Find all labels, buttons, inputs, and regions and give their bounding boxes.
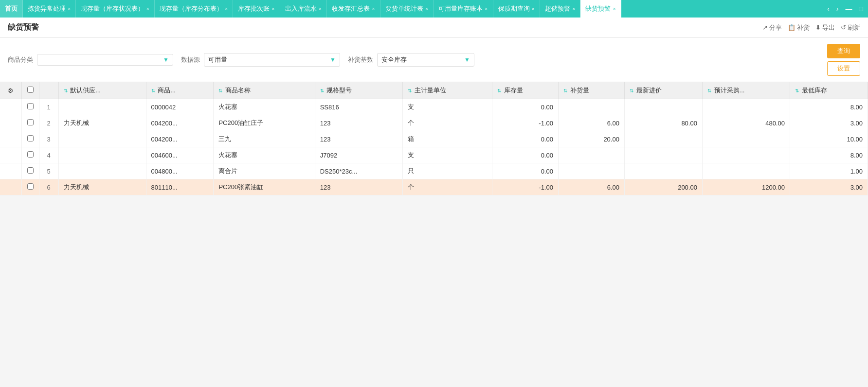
refresh-icon: ↺ — [841, 24, 846, 31]
min-stock-column-header[interactable]: ⇅ 最低库存 — [790, 82, 868, 99]
stock-column-header[interactable]: ⇅ 库存量 — [492, 82, 558, 99]
close-batch-tab[interactable]: × — [271, 6, 274, 12]
nav-tab-stock-dist[interactable]: 现存量（库存分布表） × — [155, 0, 233, 18]
nav-tab-batch[interactable]: 库存批次账 × — [233, 0, 280, 18]
datasource-select[interactable]: 可用量 ▼ — [204, 53, 340, 67]
table-row: 4 004600... 火花塞 J7092 支 0.00 8.00 — [0, 147, 868, 163]
row-replenish-cell: 6.00 — [558, 115, 624, 131]
row-checkbox-2[interactable] — [27, 135, 34, 141]
row-supplier-cell — [58, 131, 146, 147]
nav-tab-overstock[interactable]: 超储预警 × — [540, 0, 580, 18]
row-checkbox-0[interactable] — [27, 103, 34, 109]
share-button[interactable]: ↗ 分享 — [762, 23, 782, 32]
table-row: 6 力天机械 801110... PC200张紧油缸 123 个 -1.00 6… — [0, 179, 868, 195]
code-column-header[interactable]: ⇅ 商品... — [146, 82, 214, 99]
row-code-cell: 0000042 — [146, 99, 214, 115]
row-checkbox-cell[interactable] — [21, 115, 39, 131]
close-shortage-tab[interactable]: × — [613, 6, 615, 12]
select-all-checkbox[interactable] — [27, 87, 34, 93]
main-content: 缺货预警 ↗ 分享 📋 补货 ⬇ 导出 ↺ 刷新 商品分类 — [0, 18, 868, 195]
nav-next-button[interactable]: › — [833, 4, 842, 14]
row-num-cell: 5 — [39, 163, 58, 179]
est-purchase-column-header[interactable]: ⇅ 预计采购... — [702, 82, 790, 99]
row-supplier-cell — [58, 99, 146, 115]
checkbox-column-header — [21, 82, 39, 99]
table-row: 2 力天机械 004200... PC200油缸庄子 123 个 -1.00 6… — [0, 115, 868, 131]
row-latest-price-cell: 80.00 — [624, 115, 702, 131]
row-checkbox-cell[interactable] — [21, 179, 39, 195]
row-replenish-cell: 20.00 — [558, 131, 624, 147]
export-button[interactable]: ⬇ 导出 — [815, 23, 835, 32]
row-supplier-cell — [58, 147, 146, 163]
nav-tab-demand[interactable]: 要货单统计表 × — [380, 0, 434, 18]
nav-prev-button[interactable]: ‹ — [824, 4, 832, 14]
latest-price-column-header[interactable]: ⇅ 最新进价 — [624, 82, 702, 99]
row-checkbox-4[interactable] — [27, 167, 34, 174]
row-code-cell: 004600... — [146, 147, 214, 163]
column-settings-icon[interactable]: ⚙ — [8, 87, 14, 94]
header-actions: ↗ 分享 📋 补货 ⬇ 导出 ↺ 刷新 — [762, 23, 860, 32]
nav-tab-shortage[interactable]: 缺货预警 × — [580, 0, 621, 18]
replenish-column-header[interactable]: ⇅ 补货量 — [558, 82, 624, 99]
export-icon: ⬇ — [815, 24, 821, 31]
row-checkbox-cell[interactable] — [21, 99, 39, 115]
nav-tab-stock-status[interactable]: 现存量（库存状况表） × — [76, 0, 154, 18]
nav-maximize-button[interactable]: □ — [856, 4, 866, 14]
row-min-stock-cell: 8.00 — [790, 147, 868, 163]
replenish-base-select[interactable]: 安全库存 ▼ — [377, 53, 474, 67]
row-replenish-cell — [558, 147, 624, 163]
row-checkbox-5[interactable] — [27, 183, 34, 190]
supplier-column-header[interactable]: ⇅ 默认供应... — [58, 82, 146, 99]
close-expiry-tab[interactable]: × — [532, 6, 535, 12]
row-settings-cell — [0, 115, 21, 131]
close-inout-tab[interactable]: × — [319, 6, 322, 12]
nav-tab-collect[interactable]: 收发存汇总表 × — [327, 0, 380, 18]
name-column-header[interactable]: ⇅ 商品名称 — [214, 82, 315, 99]
close-collect-tab[interactable]: × — [372, 6, 375, 12]
refresh-button[interactable]: ↺ 刷新 — [841, 23, 860, 32]
close-stock-dist-tab[interactable]: × — [225, 6, 228, 12]
close-exception-tab[interactable]: × — [68, 6, 71, 12]
replenish-button[interactable]: 📋 补货 — [788, 23, 810, 32]
datasource-label: 数据源 — [181, 55, 200, 64]
unit-column-header[interactable]: ⇅ 主计量单位 — [402, 82, 492, 99]
row-name-cell: PC200张紧油缸 — [214, 179, 315, 195]
row-min-stock-cell: 3.00 — [790, 115, 868, 131]
spec-column-header[interactable]: ⇅ 规格型号 — [315, 82, 402, 99]
row-checkbox-cell[interactable] — [21, 147, 39, 163]
close-stock-status-tab[interactable]: × — [146, 6, 149, 12]
row-stock-cell: 0.00 — [492, 163, 558, 179]
settings-button[interactable]: 设置 — [827, 61, 860, 76]
row-num-cell: 6 — [39, 179, 58, 195]
replenish-base-dropdown-arrow-icon: ▼ — [464, 56, 470, 63]
table-row: 5 004800... 离合片 DS250*23c... 只 0.00 1.00 — [0, 163, 868, 179]
row-min-stock-cell: 3.00 — [790, 179, 868, 195]
nav-tab-inout[interactable]: 出入库流水 × — [280, 0, 327, 18]
close-overstock-tab[interactable]: × — [572, 6, 575, 12]
nav-minimize-button[interactable]: — — [843, 4, 855, 14]
close-demand-tab[interactable]: × — [425, 6, 428, 12]
close-available-tab[interactable]: × — [485, 6, 488, 12]
row-checkbox-1[interactable] — [27, 119, 34, 125]
row-num-cell: 2 — [39, 115, 58, 131]
nav-tab-home[interactable]: 首页 — [0, 0, 23, 18]
name-sort-icon: ⇅ — [218, 88, 222, 93]
row-supplier-cell — [58, 163, 146, 179]
query-button[interactable]: 查询 — [827, 44, 860, 58]
row-settings-cell — [0, 131, 21, 147]
row-spec-cell: J7092 — [315, 147, 402, 163]
row-settings-cell — [0, 99, 21, 115]
row-code-cell: 004200... — [146, 115, 214, 131]
row-checkbox-cell[interactable] — [21, 163, 39, 179]
settings-column-header[interactable]: ⚙ — [0, 82, 21, 99]
filter-bar: 商品分类 ▼ 数据源 可用量 ▼ 补货基数 安全库存 ▼ 查询 设置 — [0, 38, 868, 82]
row-min-stock-cell: 10.00 — [790, 131, 868, 147]
row-checkbox-3[interactable] — [27, 151, 34, 158]
category-select[interactable]: ▼ — [37, 54, 173, 66]
nav-tab-available[interactable]: 可用量库存账本 × — [434, 0, 493, 18]
replenish-base-value: 安全库存 — [381, 55, 407, 64]
row-checkbox-cell[interactable] — [21, 131, 39, 147]
nav-tab-exception[interactable]: 拣货异常处理 × — [23, 0, 76, 18]
min-stock-sort-icon: ⇅ — [795, 88, 799, 93]
nav-tab-expiry[interactable]: 保质期查询 × — [493, 0, 540, 18]
